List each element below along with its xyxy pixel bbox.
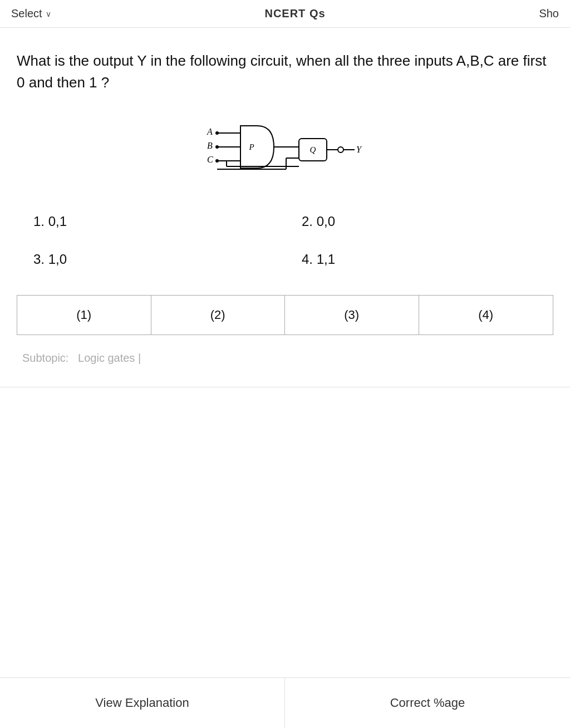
answer-cell-2[interactable]: (2) <box>151 296 286 335</box>
subtopic: Subtopic: Logic gates | <box>17 352 553 365</box>
question-text: What is the output Y in the following ci… <box>17 50 553 94</box>
option-3-value: 1,0 <box>48 252 67 267</box>
options-grid: 1. 0,1 2. 0,0 3. 1,0 4. 1,1 <box>17 203 553 278</box>
answer-cell-4[interactable]: (4) <box>419 296 553 335</box>
option-1-value: 0,1 <box>48 214 67 229</box>
option-4-number: 4. <box>302 252 317 267</box>
option-2-number: 2. <box>302 214 317 229</box>
view-explanation-button[interactable]: View Explanation <box>0 678 285 728</box>
svg-point-6 <box>215 131 219 135</box>
option-4-value: 1,1 <box>317 252 335 267</box>
subtopic-prefix: Subtopic: <box>22 352 68 364</box>
circuit-diagram: A B C P <box>17 114 553 180</box>
option-2-value: 0,0 <box>317 214 335 229</box>
select-label: Select <box>11 7 42 20</box>
correct-percentage-label: Correct %age <box>390 696 465 710</box>
answer-cell-3[interactable]: (3) <box>285 296 419 335</box>
svg-text:C: C <box>207 155 213 164</box>
svg-text:P: P <box>248 142 254 151</box>
circuit-svg: A B C P <box>196 114 374 180</box>
answer-cell-1[interactable]: (1) <box>17 296 151 335</box>
svg-point-17 <box>338 147 343 153</box>
svg-text:B: B <box>207 141 213 150</box>
svg-point-7 <box>215 145 219 149</box>
header: Select ∨ NCERT Qs Sho <box>0 0 570 28</box>
svg-text:A: A <box>207 127 213 136</box>
view-explanation-label: View Explanation <box>95 696 189 710</box>
answer-cell-2-label: (2) <box>210 308 225 322</box>
answer-cell-1-label: (1) <box>76 308 91 322</box>
answer-selection-row: (1) (2) (3) (4) <box>17 295 553 335</box>
bottom-divider <box>0 387 570 387</box>
option-3-number: 3. <box>33 252 48 267</box>
bottom-bar: View Explanation Correct %age <box>0 677 570 728</box>
subtopic-value: Logic gates | <box>78 352 141 364</box>
header-right-label: Sho <box>539 7 559 20</box>
header-title: NCERT Qs <box>264 7 325 20</box>
option-1[interactable]: 1. 0,1 <box>17 203 285 240</box>
main-content: What is the output Y in the following ci… <box>0 28 570 387</box>
svg-text:Q: Q <box>310 145 316 154</box>
option-3[interactable]: 3. 1,0 <box>17 240 285 278</box>
option-4[interactable]: 4. 1,1 <box>285 240 553 278</box>
svg-text:Y: Y <box>356 145 362 154</box>
option-1-number: 1. <box>33 214 48 229</box>
select-dropdown[interactable]: Select ∨ <box>11 7 51 20</box>
chevron-down-icon: ∨ <box>46 9 51 18</box>
correct-percentage-button[interactable]: Correct %age <box>285 678 570 728</box>
option-2[interactable]: 2. 0,0 <box>285 203 553 240</box>
answer-cell-4-label: (4) <box>478 308 493 322</box>
answer-cell-3-label: (3) <box>344 308 359 322</box>
